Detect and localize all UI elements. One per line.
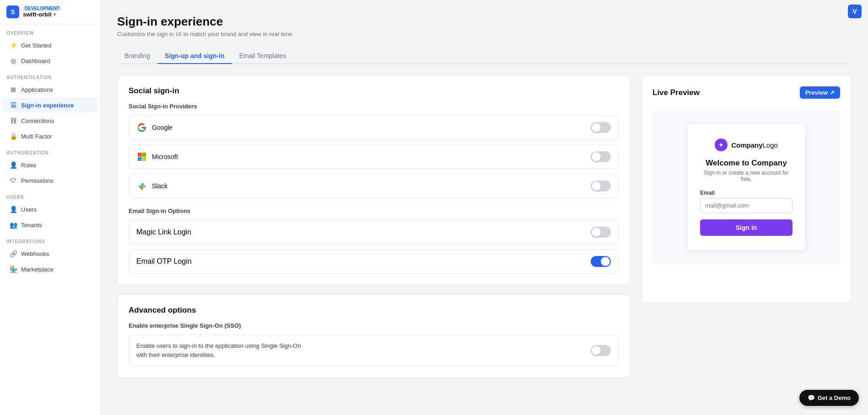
preview-title: Live Preview <box>652 88 700 97</box>
mock-signin-button[interactable]: Sign in <box>700 219 793 236</box>
microsoft-toggle[interactable] <box>591 151 611 162</box>
google-icon <box>136 122 147 133</box>
page-subtitle: Customize the sign in UI to match your b… <box>117 31 852 37</box>
bolt-icon: ⚡ <box>9 41 17 49</box>
sso-description: Enable users to sign-in to the applicati… <box>136 341 310 359</box>
providers-label: Social Sign-in Providers <box>129 103 619 110</box>
google-label: Google <box>152 124 173 131</box>
lock-icon: 🔒 <box>9 132 17 140</box>
tab-signup-signin[interactable]: Sign-up and sign-in <box>157 48 232 64</box>
svg-rect-1 <box>142 153 146 157</box>
slack-toggle[interactable] <box>591 181 611 192</box>
svg-rect-2 <box>138 157 142 161</box>
user-icon: 👤 <box>9 205 17 213</box>
magic-link-label: Magic Link Login <box>136 228 191 236</box>
sidebar-item-sign-in-experience[interactable]: ☰ Sign-in experience <box>3 98 97 112</box>
tab-bar: Branding Sign-up and sign-in Email Templ… <box>117 48 852 64</box>
preview-header: Live Preview Preview ↗ <box>652 86 840 99</box>
sidebar-item-webhooks[interactable]: 🔗 Webhooks <box>3 246 97 261</box>
slack-label: Slack <box>152 182 167 190</box>
left-panel: Social sign-in Social Sign-in Providers <box>117 75 630 378</box>
right-panel: Live Preview Preview ↗ ✦ CompanyLogo <box>641 75 852 378</box>
external-link-icon: ↗ <box>830 89 835 96</box>
preview-card: Live Preview Preview ↗ ✦ CompanyLogo <box>641 75 852 303</box>
advanced-options-card: Advanced options Enable enterprise Singl… <box>117 294 630 378</box>
google-provider-left: Google <box>136 122 173 133</box>
mock-logo-text: Company <box>731 141 762 149</box>
social-signin-card: Social sign-in Social Sign-in Providers <box>117 75 630 285</box>
magic-link-toggle[interactable] <box>591 227 611 238</box>
sidebar-item-tenants[interactable]: 👥 Tenants <box>3 218 97 232</box>
section-integrations: INTEGRATIONS <box>0 233 100 246</box>
sidebar: S DEVELOPMENT swift-orbit ▾ OVERVIEW ⚡ G… <box>0 0 101 415</box>
mock-subtext: Sign in or create a new account for free… <box>700 170 793 182</box>
google-provider-row: Google <box>129 115 619 140</box>
chat-icon: 💬 <box>808 394 815 401</box>
chevron-down-icon: ▾ <box>54 12 56 17</box>
magic-link-row: Magic Link Login <box>129 220 619 245</box>
connections-icon: ⛓ <box>9 117 17 125</box>
get-demo-button[interactable]: 💬 Get a Demo <box>799 390 859 406</box>
webhooks-icon: 🔗 <box>9 250 17 258</box>
svg-rect-3 <box>142 157 146 161</box>
sidebar-item-applications[interactable]: ⊞ Applications <box>3 82 97 97</box>
page-title: Sign-in experience <box>117 15 852 29</box>
main-content: Sign-in experience Customize the sign in… <box>101 0 868 415</box>
preview-button[interactable]: Preview ↗ <box>800 86 840 99</box>
email-otp-row: Email OTP Login <box>129 249 619 274</box>
env-badge: DEVELOPMENT <box>23 6 61 11</box>
sso-row: Enable users to sign-in to the applicati… <box>129 335 619 366</box>
mock-logo-icon: ✦ <box>715 138 728 151</box>
slack-icon <box>136 181 147 192</box>
sidebar-item-connections[interactable]: ⛓ Connections <box>3 113 97 128</box>
sso-label: Enable enterprise Single Sign-On (SSO) <box>129 322 619 329</box>
roles-icon: 👤 <box>9 161 17 169</box>
dashboard-icon: ◎ <box>9 57 17 65</box>
email-otp-label: Email OTP Login <box>136 257 192 266</box>
org-name: swift-orbit ▾ <box>23 11 61 18</box>
social-signin-title: Social sign-in <box>129 86 619 96</box>
sidebar-item-marketplace[interactable]: 🏪 Marketplace <box>3 262 97 277</box>
sign-in-icon: ☰ <box>9 101 17 109</box>
sidebar-item-users[interactable]: 👤 Users <box>3 202 97 217</box>
sidebar-item-get-started[interactable]: ⚡ Get Started <box>3 38 97 53</box>
sso-toggle[interactable] <box>591 345 611 356</box>
tab-email-templates[interactable]: Email Templates <box>232 48 293 64</box>
mock-logo: ✦ CompanyLogo <box>700 138 793 151</box>
mock-email-label: Email <box>700 190 793 196</box>
email-signin-label: Email Sign-in Options <box>129 208 619 214</box>
advanced-title: Advanced options <box>129 306 619 315</box>
shield-icon: 🛡 <box>9 176 17 185</box>
sidebar-item-permissions[interactable]: 🛡 Permissions <box>3 173 97 188</box>
microsoft-label: Microsoft <box>152 153 178 160</box>
tab-branding[interactable]: Branding <box>117 48 157 64</box>
mock-form-container: ✦ CompanyLogo Welcome to Company Sign in… <box>652 110 840 265</box>
sidebar-item-roles[interactable]: 👤 Roles <box>3 158 97 172</box>
sidebar-item-dashboard[interactable]: ◎ Dashboard <box>3 53 97 68</box>
slack-provider-row: Slack <box>129 174 619 198</box>
marketplace-icon: 🏪 <box>9 265 17 273</box>
org-logo: S <box>6 5 19 18</box>
section-authorization: AUTHORIZATION <box>0 144 100 157</box>
applications-icon: ⊞ <box>9 85 17 94</box>
mock-form: ✦ CompanyLogo Welcome to Company Sign in… <box>687 123 806 251</box>
sidebar-header[interactable]: S DEVELOPMENT swift-orbit ▾ <box>0 0 100 24</box>
mock-welcome: Welcome to Company <box>700 159 793 168</box>
microsoft-provider-row: Microsoft <box>129 144 619 169</box>
user-avatar[interactable]: V <box>848 5 862 18</box>
svg-rect-0 <box>138 153 142 157</box>
microsoft-icon <box>136 151 147 162</box>
sidebar-item-multi-factor[interactable]: 🔒 Multi Factor <box>3 129 97 144</box>
section-users: USERS <box>0 188 100 202</box>
section-authentication: AUTHENTICATION <box>0 69 100 82</box>
microsoft-provider-left: Microsoft <box>136 151 178 162</box>
google-toggle[interactable] <box>591 122 611 133</box>
email-otp-toggle[interactable] <box>591 256 611 267</box>
section-overview: OVERVIEW <box>0 24 100 37</box>
mock-email-input[interactable] <box>700 198 793 213</box>
tenants-icon: 👥 <box>9 221 17 229</box>
slack-provider-left: Slack <box>136 181 167 192</box>
